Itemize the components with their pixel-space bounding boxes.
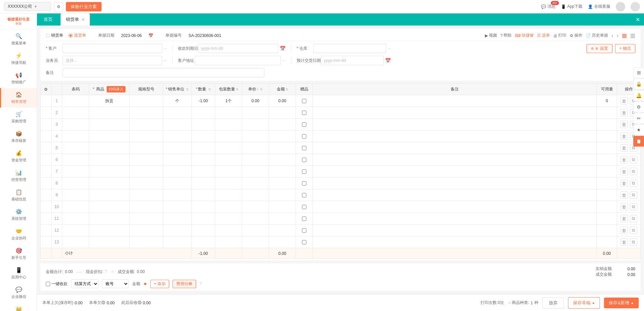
save-draft-button[interactable]: 保存草稿 ▲ xyxy=(568,297,600,309)
sidebar-item-sales[interactable]: 🏠 销售管理 xyxy=(0,88,37,108)
delete-row-btn[interactable]: 🗑 xyxy=(620,156,628,163)
sidebar-item-app-center[interactable]: 📱 应用中心 xyxy=(0,264,37,283)
td-product-1[interactable]: 拆贡 xyxy=(89,95,129,107)
sidebar-item-wechat[interactable]: 💬 企业微信 xyxy=(0,283,37,303)
delete-row-btn[interactable]: 🗑 xyxy=(620,238,628,246)
delete-row-btn[interactable]: 🗑 xyxy=(620,109,628,116)
receive-date-input[interactable] xyxy=(198,44,278,53)
grid-view-2-btn[interactable]: ▥ xyxy=(630,32,635,39)
shortcut-action[interactable]: ⌨ 快捷键 xyxy=(515,33,534,38)
sidebar-item-member[interactable]: 👑 畅会员 xyxy=(0,303,37,311)
delete-row-btn[interactable]: 🗑 xyxy=(620,144,628,152)
print-action[interactable]: 🖨 打印 xyxy=(553,33,566,38)
copy-row-btn[interactable]: ⧉ xyxy=(630,191,637,199)
td-unit-1[interactable]: 个 xyxy=(163,95,192,107)
expected-date-calendar-icon[interactable]: 📅 xyxy=(385,58,391,63)
window-close-btn[interactable]: ✕ xyxy=(634,15,641,24)
company-selector[interactable]: XXXXXX公司 ▼ xyxy=(4,2,51,11)
sidebar-item-inventory[interactable]: 📦 库存核算 xyxy=(0,127,37,147)
app-download-button[interactable]: 📱 App下载 xyxy=(561,4,582,9)
discard-button[interactable]: 放弃 xyxy=(542,297,564,309)
delete-row-btn[interactable]: 🗑 xyxy=(620,191,628,199)
td-barcode-1[interactable] xyxy=(62,95,89,107)
tab-close-icon[interactable]: × xyxy=(82,17,84,22)
th-amount-sort[interactable]: ⇅ xyxy=(286,87,288,91)
th-qty-sort[interactable]: ⇅ xyxy=(208,87,211,91)
logistics-button[interactable]: + 物流 xyxy=(615,44,635,53)
customer-dots-btn[interactable]: ··· xyxy=(163,46,167,51)
sidebar-item-purchase[interactable]: 🛒 采购管理 xyxy=(0,108,37,127)
grid-view-1-btn[interactable]: ▦ xyxy=(622,32,627,39)
one-click-pay-check[interactable] xyxy=(46,282,50,286)
expense-split-button[interactable]: 费用分摊 xyxy=(173,280,196,288)
delete-row-btn[interactable]: 🗑 xyxy=(620,203,628,210)
next-btn[interactable]: › xyxy=(617,33,618,39)
warehouse-input[interactable]: 建材仓 xyxy=(313,44,386,53)
td-qty-1[interactable]: -1.00 xyxy=(192,95,215,107)
salesperson-input[interactable] xyxy=(63,56,162,65)
expected-date-input[interactable] xyxy=(321,56,384,65)
video-action[interactable]: ▶ 视频 xyxy=(485,33,497,38)
th-pkg-sort[interactable]: ⇅ xyxy=(236,87,238,91)
help-action[interactable]: ? 帮助 xyxy=(500,33,512,38)
th-gear[interactable]: ⚙ xyxy=(41,84,51,95)
copy-row-btn[interactable]: ⧉ xyxy=(630,180,637,187)
save-new-button[interactable]: 保存&新增 ▲ xyxy=(604,298,639,308)
settlement-select[interactable]: 结算方式 xyxy=(71,279,99,288)
delete-row-btn[interactable]: 🗑 xyxy=(620,168,628,175)
radio-sales-order[interactable]: 销货单 xyxy=(46,33,63,38)
th-unit-sort[interactable]: ⇅ xyxy=(186,87,189,91)
th-price-sort[interactable]: ⇅ xyxy=(260,87,263,91)
settings-button[interactable]: ⊕ ⊕ 设置 xyxy=(586,44,612,53)
float-btn-4[interactable]: ⚙ xyxy=(633,102,644,112)
th-price-info[interactable]: ℹ xyxy=(257,87,258,91)
float-btn-2[interactable]: 🔒 xyxy=(633,79,644,89)
float-btn-5[interactable]: ✏ xyxy=(633,113,644,124)
history-action[interactable]: 📄 历史单据 xyxy=(586,33,608,38)
tab-sales-order[interactable]: 销货单 × xyxy=(61,13,90,26)
customer-addr-input[interactable] xyxy=(195,56,281,65)
copy-row-btn[interactable]: ⧉ xyxy=(630,156,637,163)
copy-row-btn[interactable]: ⧉ xyxy=(630,238,637,246)
sidebar-item-cooperation[interactable]: 🤝 企业协同 xyxy=(0,225,37,244)
radio-return-order[interactable]: 退货单 xyxy=(69,33,86,38)
sidebar-item-marketing[interactable]: 📢 营销推广 xyxy=(0,69,37,88)
delete-row-1-btn[interactable]: 🗑 xyxy=(620,97,628,105)
sidebar-item-guide[interactable]: 🎯 新手引导 xyxy=(0,244,37,264)
one-click-pay-checkbox[interactable]: 一键收款 xyxy=(46,281,68,287)
remarks-input[interactable] xyxy=(63,68,264,77)
user-avatar[interactable] xyxy=(616,2,625,11)
customer-input[interactable] xyxy=(63,44,162,53)
sidebar-item-search[interactable]: 🔍 搜索菜单 xyxy=(0,30,37,49)
delete-row-btn[interactable]: 🗑 xyxy=(620,132,628,140)
sidebar-item-system[interactable]: ⚙️ 系统管理 xyxy=(0,205,37,225)
copy-row-btn[interactable]: ⧉ xyxy=(630,168,637,175)
delete-row-btn[interactable]: 🗑 xyxy=(620,215,628,222)
date-calendar-icon[interactable]: 📅 xyxy=(148,33,153,38)
delete-row-btn[interactable]: 🗑 xyxy=(620,227,628,234)
float-btn-6[interactable]: ★ xyxy=(633,124,644,135)
salesperson-dots-btn[interactable]: ··· xyxy=(163,58,167,63)
account-select[interactable]: 账号 xyxy=(102,279,129,288)
copy-row-btn[interactable]: ⧉ xyxy=(630,203,637,210)
td-remark-1[interactable] xyxy=(313,95,597,107)
copy-row-btn[interactable]: ⧉ xyxy=(630,227,637,234)
tab-home[interactable]: 首页 xyxy=(37,13,59,26)
add-payment-button[interactable]: + 添加 xyxy=(150,280,169,288)
delete-row-btn[interactable]: 🗑 xyxy=(620,121,628,128)
trial-plan-button[interactable]: 体验行业方案 xyxy=(66,2,102,11)
sidebar-item-basic[interactable]: 📋 基础信息 xyxy=(0,186,37,205)
user-avatar-2[interactable] xyxy=(631,2,640,11)
message-button[interactable]: 💬 消息 99+ xyxy=(541,4,556,9)
float-btn-7[interactable]: 📋 xyxy=(633,136,644,147)
online-support-button[interactable]: 👤 在线客服 xyxy=(588,4,610,9)
float-btn-1[interactable]: ⊞ xyxy=(633,67,644,78)
delete-row-btn[interactable]: 🗑 xyxy=(620,180,628,187)
select-action[interactable]: ☰ 选单 xyxy=(537,33,550,38)
td-gift-1[interactable] xyxy=(296,95,313,107)
td-spec-1[interactable] xyxy=(129,95,163,107)
expense-help-icon[interactable]: ? xyxy=(199,281,202,286)
td-pkg-1[interactable]: 1个 xyxy=(215,95,242,107)
sidebar-item-quick-nav[interactable]: ⚡ 快捷导航 xyxy=(0,49,37,69)
sidebar-item-operations[interactable]: 📊 经营管理 xyxy=(0,166,37,186)
